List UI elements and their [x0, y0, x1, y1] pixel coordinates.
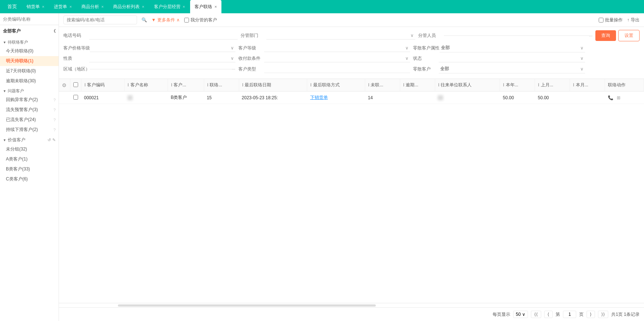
- td-last-month: 50.00: [535, 92, 570, 104]
- batch-operation-btn[interactable]: 批量操作: [599, 17, 623, 23]
- query-btn-group: 查询 设置: [595, 30, 640, 41]
- td-code: 000021: [81, 92, 125, 104]
- group-problem-customers[interactable]: 问题客户: [0, 86, 59, 95]
- nav-home[interactable]: 首页: [3, 0, 21, 13]
- customer-type-input[interactable]: [264, 65, 410, 73]
- nav-tab-purchase[interactable]: 进货单 ×: [49, 0, 76, 13]
- row-checkbox[interactable]: [73, 95, 78, 100]
- th-contact-count: ⁞ 联络...: [204, 79, 239, 92]
- dept-label: 分管部门: [241, 32, 266, 39]
- close-analysis-list-tab[interactable]: ×: [142, 4, 144, 9]
- next-page-btn[interactable]: ⟩: [587, 311, 595, 318]
- status-label: 状态: [413, 55, 439, 62]
- close-customer-contact-tab[interactable]: ×: [214, 4, 217, 9]
- gear-icon[interactable]: ⚙: [62, 82, 67, 88]
- nature-select[interactable]: ∨: [89, 55, 235, 62]
- group-pending-contact[interactable]: 待联络客户: [0, 37, 59, 46]
- table-row: 000021 Ea B类客户 15 2023-05-23 18:25:: [59, 92, 644, 104]
- price-level-select[interactable]: ∨: [90, 44, 235, 52]
- advanced-filter-panel: 电话号码 分管部门 ∨ 分管人员 ··· 查询 设置: [59, 27, 644, 79]
- edit-value-icon[interactable]: ✎: [52, 138, 56, 142]
- sidebar-item-overdue[interactable]: 逾期未联络(30): [0, 76, 59, 86]
- close-sales-tab[interactable]: ×: [42, 4, 44, 9]
- filter-row-3: 性质 ∨ 收付款条件 ∨ 状态 ∨: [63, 55, 640, 62]
- td-contact-count: 15: [204, 92, 239, 104]
- export-btn[interactable]: ↑ 导出: [627, 17, 640, 23]
- status-chevron: ∨: [580, 56, 584, 61]
- sidebar-item-churned[interactable]: 已流失客户(24) ?: [0, 115, 59, 125]
- my-customers-checkbox[interactable]: 我分管的客户: [184, 17, 217, 23]
- nav-tab-customer-tier[interactable]: 客户分层经营 ×: [150, 0, 189, 13]
- sidebar-item-class-a[interactable]: A类客户(1): [0, 154, 59, 164]
- person-ellipsis[interactable]: ···: [589, 34, 592, 38]
- payment-label: 收付款条件: [238, 55, 264, 62]
- prev-page-btn[interactable]: ⟨: [544, 311, 553, 318]
- retail-customer-select[interactable]: 全部 ∨: [439, 65, 585, 73]
- more-conditions-btn[interactable]: ▼ 更多条件 ∧: [151, 17, 180, 23]
- per-page-select[interactable]: 50 ∨: [513, 311, 528, 318]
- sidebar-item-unclassified[interactable]: 未分组(32): [0, 144, 59, 154]
- sidebar-item-7days[interactable]: 近7天待联络(0): [0, 66, 59, 76]
- th-last-method: ⁞ 最后联络方式: [307, 79, 365, 92]
- customer-level-select[interactable]: ∨: [264, 44, 410, 52]
- nav-tab-customer-contact[interactable]: 客户联络 ×: [190, 0, 221, 13]
- region-ellipsis[interactable]: ···: [232, 67, 235, 71]
- page-input[interactable]: [563, 311, 576, 318]
- th-type: ⁞ 客户...: [168, 79, 204, 92]
- level-chevron: ∨: [405, 45, 409, 51]
- retail-attr-select[interactable]: 全部 ∨: [440, 44, 585, 52]
- per-page-chevron: ∨: [522, 312, 525, 317]
- th-this-month: ⁞ 本月...: [570, 79, 605, 92]
- nav-tab-sales[interactable]: 销货单 ×: [22, 0, 49, 13]
- filter-retail-customer: 零散客户 全部 ∨: [413, 65, 585, 73]
- all-customers-header[interactable]: 全部客户 《: [0, 25, 59, 37]
- sidebar-item-class-b[interactable]: B类客户(33): [0, 164, 59, 174]
- filter-customer-level: 客户等级 ∨: [238, 44, 410, 52]
- action-call-icon[interactable]: 📞: [608, 95, 613, 100]
- select-all-checkbox[interactable]: [73, 82, 78, 87]
- sidebar-item-class-c[interactable]: C类客户(6): [0, 174, 59, 184]
- retail-attr-label: 零散客户属性: [413, 45, 440, 51]
- filter-search-icon[interactable]: 🔍: [141, 17, 147, 23]
- person-label: 分管人员: [418, 32, 444, 39]
- horizontal-scrollbar[interactable]: [59, 303, 644, 307]
- nav-tab-analysis[interactable]: 商品分析 ×: [77, 0, 108, 13]
- sidebar-search-container: 🔍: [0, 13, 59, 25]
- payment-select[interactable]: ∨: [264, 55, 410, 62]
- first-page-btn[interactable]: ⟨⟨: [531, 311, 541, 318]
- dept-select[interactable]: ∨: [266, 32, 415, 39]
- phone-input[interactable]: [89, 32, 238, 39]
- filter-person: 分管人员 ···: [418, 32, 592, 39]
- filter-row-2: 客户价格等级 ∨ 客户等级 ∨ 零散客户属性 全部 ∨: [63, 44, 640, 52]
- close-customer-tier-tab[interactable]: ×: [183, 4, 185, 9]
- group-value-customers[interactable]: 价值客户 ↺ ✎: [0, 135, 59, 144]
- retail-customer-label: 零散客户: [413, 66, 439, 72]
- sidebar-search-input[interactable]: [3, 17, 58, 22]
- sidebar: 🔍 全部客户 《 待联络客户 今天待联络(0) 明天待联络(1) 近7天待联络(…: [0, 13, 59, 321]
- last-page-btn[interactable]: ⟩⟩: [598, 311, 608, 318]
- nav-tab-analysis-list[interactable]: 商品分析列表 ×: [109, 0, 148, 13]
- td-overdue: [400, 92, 435, 104]
- action-more-icon[interactable]: ⊞: [617, 95, 620, 100]
- sidebar-item-repurchase-abnormal[interactable]: 回购异常客户(2) ?: [0, 95, 59, 105]
- batch-checkbox[interactable]: [599, 18, 603, 23]
- sidebar-item-tomorrow[interactable]: 明天待联络(1): [0, 56, 59, 66]
- query-button[interactable]: 查询: [595, 30, 616, 41]
- last-method-link[interactable]: 下销货单: [310, 95, 328, 100]
- setting-button[interactable]: 设置: [618, 30, 640, 41]
- filter-retail-attr: 零散客户属性 全部 ∨: [413, 44, 585, 52]
- td-gear: [59, 92, 70, 104]
- customer-type-label: 客户类型: [238, 66, 264, 72]
- table-header: ⚙ ⁞ 客户编码 ⁞ 客户名称 ⁞ 客户...: [59, 79, 644, 92]
- status-select[interactable]: ∨: [439, 55, 585, 62]
- sidebar-item-declining[interactable]: 持续下滑客户(2) ?: [0, 125, 59, 135]
- sidebar-item-churn-warning[interactable]: 流失预警客户(3) ?: [0, 105, 59, 115]
- customer-name-blurred: Ea: [127, 95, 133, 100]
- close-analysis-tab[interactable]: ×: [101, 4, 104, 9]
- my-customers-check[interactable]: [184, 18, 189, 23]
- sidebar-item-today[interactable]: 今天待联络(0): [0, 46, 59, 56]
- refresh-value-icon[interactable]: ↺: [48, 138, 51, 142]
- filter-search-input[interactable]: [63, 15, 137, 24]
- close-purchase-tab[interactable]: ×: [69, 4, 71, 9]
- td-name: Ea: [125, 92, 168, 104]
